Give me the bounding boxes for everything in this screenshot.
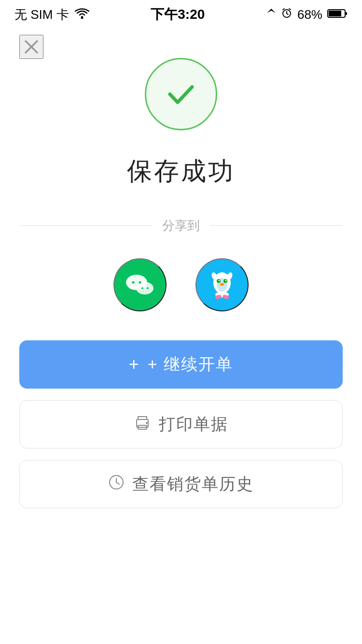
alarm-icon	[281, 7, 292, 22]
svg-point-9	[132, 281, 134, 283]
svg-point-12	[147, 287, 149, 289]
wechat-share-button[interactable]	[113, 258, 167, 311]
share-icons	[19, 258, 343, 311]
svg-point-21	[225, 280, 227, 281]
location-icon	[266, 7, 276, 22]
success-circle	[145, 58, 217, 130]
svg-rect-4	[346, 12, 347, 15]
checkmark-icon	[164, 77, 198, 111]
printer-icon	[134, 415, 151, 434]
plus-icon: +	[129, 354, 140, 375]
print-button[interactable]: 打印单据	[19, 400, 343, 448]
svg-rect-3	[329, 11, 341, 16]
wechat-icon	[125, 272, 156, 298]
status-left: 无 SIM 卡	[14, 6, 89, 23]
share-label: 分享到	[162, 217, 200, 234]
status-time: 下午3:20	[151, 5, 205, 24]
close-icon	[23, 38, 40, 56]
svg-point-10	[139, 281, 141, 283]
svg-point-27	[146, 422, 148, 424]
svg-point-8	[136, 282, 153, 294]
share-section: 分享到	[0, 217, 362, 311]
status-right: 68%	[266, 7, 348, 22]
svg-point-22	[220, 283, 224, 286]
close-button[interactable]	[19, 35, 43, 59]
history-button[interactable]: 查看销货单历史	[19, 460, 343, 508]
svg-point-20	[219, 280, 220, 281]
print-label: 打印单据	[159, 413, 228, 435]
qq-share-button[interactable]	[195, 258, 249, 311]
success-title: 保存成功	[127, 154, 235, 188]
battery-percentage: 68%	[297, 7, 322, 22]
status-bar: 无 SIM 卡 下午3:20 68%	[0, 0, 362, 29]
battery-icon	[327, 7, 348, 22]
divider-right	[209, 225, 343, 226]
share-divider: 分享到	[19, 217, 343, 234]
wifi-icon	[75, 7, 89, 22]
qq-icon	[208, 269, 237, 301]
continue-button[interactable]: + + 继续开单	[19, 340, 343, 389]
history-label: 查看销货单历史	[132, 473, 254, 495]
clock-icon	[108, 474, 125, 494]
continue-label: + 继续开单	[148, 353, 233, 376]
sim-status: 无 SIM 卡	[14, 6, 69, 23]
main-content: 保存成功 分享到	[0, 29, 362, 508]
svg-point-11	[141, 287, 143, 289]
action-buttons: + + 继续开单 打印单据 查看销货单历	[0, 340, 362, 508]
divider-left	[19, 225, 153, 226]
